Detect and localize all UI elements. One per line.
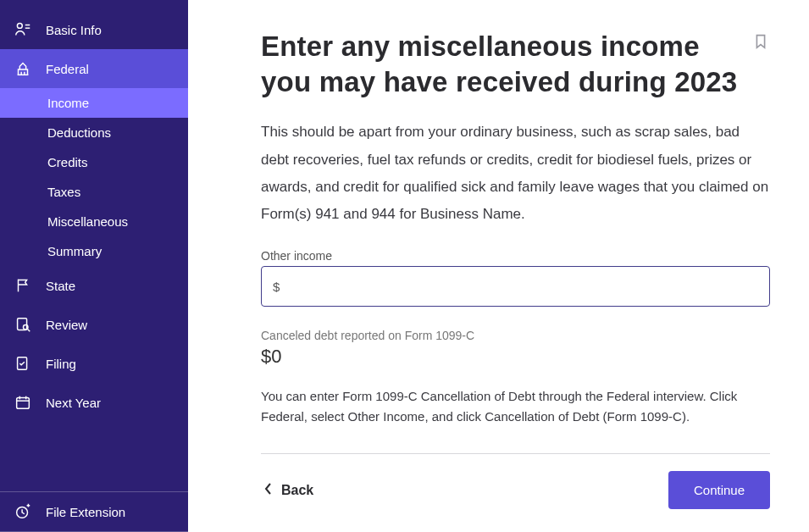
nav-next-year[interactable]: Next Year <box>0 383 188 422</box>
help-text: You can enter Form 1099-C Cancellation o… <box>261 386 770 429</box>
svg-line-5 <box>28 330 30 332</box>
nav-label: Filing <box>46 357 76 371</box>
nav-list: Basic Info Federal Income Deductions Cre… <box>0 0 188 422</box>
sub-miscellaneous[interactable]: Miscellaneous <box>0 207 188 236</box>
chevron-left-icon <box>264 482 273 499</box>
nav-label: File Extension <box>46 505 125 519</box>
nav-label: Federal <box>46 62 89 76</box>
canceled-debt-caption: Canceled debt reported on Form 1099-C <box>261 329 770 342</box>
intro-text: This should be apart from your ordinary … <box>261 119 770 228</box>
nav-label: Basic Info <box>46 23 102 37</box>
nav-federal[interactable]: Federal <box>0 49 188 88</box>
sub-credits[interactable]: Credits <box>0 147 188 177</box>
canceled-debt-value: $0 <box>261 346 770 368</box>
nav-label: Review <box>46 318 87 332</box>
federal-sub-list: Income Deductions Credits Taxes Miscella… <box>0 88 188 266</box>
flag-icon <box>14 276 32 295</box>
nav-file-extension[interactable]: File Extension <box>0 492 188 531</box>
svg-rect-7 <box>17 398 30 409</box>
back-button-label: Back <box>281 483 313 498</box>
other-income-input[interactable] <box>261 266 770 307</box>
clock-plus-icon <box>14 502 32 521</box>
nav-state[interactable]: State <box>0 266 188 305</box>
other-income-label: Other income <box>261 249 770 263</box>
sub-income[interactable]: Income <box>0 88 188 118</box>
nav-basic-info[interactable]: Basic Info <box>0 10 188 49</box>
sub-summary[interactable]: Summary <box>0 236 188 266</box>
footer-row: Back Continue <box>261 471 770 509</box>
nav-label: State <box>46 279 75 293</box>
nav-label: Next Year <box>46 396 101 410</box>
bookmark-button[interactable] <box>751 29 770 53</box>
file-check-icon <box>14 354 32 373</box>
calendar-icon <box>14 393 32 412</box>
svg-point-0 <box>17 23 22 28</box>
content-divider <box>261 453 770 454</box>
bookmark-icon <box>751 41 770 53</box>
sub-taxes[interactable]: Taxes <box>0 177 188 207</box>
nav-review[interactable]: Review <box>0 305 188 344</box>
page-title: Enter any miscellaneous income you may h… <box>261 29 738 100</box>
continue-button[interactable]: Continue <box>668 471 770 509</box>
canceled-debt-block: Canceled debt reported on Form 1099-C $0 <box>261 329 770 368</box>
capitol-icon <box>14 59 32 78</box>
main-content: Enter any miscellaneous income you may h… <box>188 0 809 532</box>
nav-filing[interactable]: Filing <box>0 344 188 383</box>
page-header: Enter any miscellaneous income you may h… <box>261 29 770 100</box>
other-income-field: Other income $ <box>261 249 770 307</box>
person-lines-icon <box>14 20 32 39</box>
clipboard-search-icon <box>14 315 32 334</box>
sidebar: Basic Info Federal Income Deductions Cre… <box>0 0 188 532</box>
back-button[interactable]: Back <box>261 475 317 506</box>
sidebar-bottom: File Extension <box>0 491 188 532</box>
sub-deductions[interactable]: Deductions <box>0 118 188 147</box>
svg-rect-3 <box>18 319 27 330</box>
